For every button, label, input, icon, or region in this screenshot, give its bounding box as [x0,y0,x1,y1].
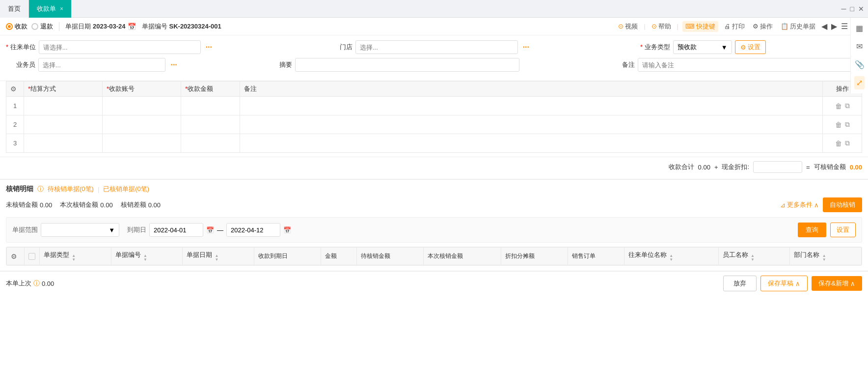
shop-ellipsis[interactable]: ··· [523,43,529,52]
discard-button[interactable]: 放弃 [723,276,757,291]
calendar-to-icon[interactable]: 📅 [283,226,291,234]
bt-select-all-checkbox[interactable] [28,253,35,260]
counterpart-ellipsis[interactable]: ··· [206,43,212,52]
due-date-from-input[interactable] [149,223,203,237]
row-2-remark[interactable] [240,115,823,134]
query-button[interactable]: 查询 [798,223,826,237]
receivable-label: 可核销金额 [814,163,846,171]
table-gear-icon[interactable]: ⚙ [10,85,17,93]
rp-clip-icon[interactable]: 📎 [853,58,867,71]
shortcut-btn[interactable]: ⌨ 快捷键 [682,21,718,32]
nav-prev-icon[interactable]: ◀ [821,22,827,31]
settings-button[interactable]: ⚙ 设置 [735,40,766,54]
rp-expand-icon[interactable]: ⤢ [854,76,865,89]
tab-receipt-label: 收款单 [37,4,56,13]
bt-gear-header: ⚙ [7,248,25,265]
counterpart-sort[interactable]: ▲▼ [669,254,673,262]
current-cancel-stat: 本次核销金额 0.00 [60,200,112,209]
row-1-settle[interactable] [24,97,103,115]
filter-settings-button[interactable]: 设置 [830,223,856,237]
window-close[interactable]: ✕ [858,5,864,13]
row-1-copy-icon[interactable]: ⧉ [845,102,850,110]
range-label: 单据范围 [12,225,38,234]
row-1-delete-icon[interactable]: 🗑 [835,102,842,110]
more-conditions-btn[interactable]: ⊿ 更多条件 ∧ [780,200,819,209]
video-label: 视频 [625,22,638,31]
row-2-delete-icon[interactable]: 🗑 [835,121,842,129]
business-type-select[interactable]: 预收款 ▼ [673,40,732,54]
print-btn[interactable]: 🖨 打印 [722,21,747,32]
filter-icon: ⊿ [780,201,786,209]
business-type-label: 业务类型 [640,43,670,52]
number-value: SK-20230324-001 [169,23,221,30]
row-2-settle[interactable] [24,115,103,134]
hx-info-icon[interactable]: ⓘ [37,185,44,194]
counterpart-field: 往来单位 ··· [6,40,212,54]
row-2-copy-icon[interactable]: ⧉ [845,120,850,129]
row-1-amount[interactable] [181,97,240,115]
history-btn[interactable]: 📋 历史单据 [779,21,817,32]
table-header-account: *收款账号 [103,82,181,97]
rp-mail-icon[interactable]: ✉ [854,40,865,53]
shop-input[interactable] [355,40,518,54]
row-3-remark[interactable] [240,134,823,153]
rp-table-icon[interactable]: ▦ [854,22,865,35]
doc-date-sort[interactable]: ▲▼ [215,254,219,262]
doc-num-sort[interactable]: ▲▼ [143,254,147,262]
refund-radio[interactable]: 退款 [31,22,53,31]
data-table-area: ⚙ *结算方式 *收款账号 *收款金额 备注 操作 [0,81,868,157]
save-draft-button[interactable]: 保存草稿 ∧ [760,276,808,291]
sum-plus: + [714,164,718,171]
video-btn[interactable]: ⊙ 视频 [616,21,640,32]
window-maximize[interactable]: □ [850,5,854,13]
receipt-radio[interactable]: 收款 [6,22,27,31]
remark-input[interactable] [638,58,862,72]
bt-pending-cancel-header: 待核销金额 [356,248,423,265]
help-btn[interactable]: ⊙ 帮助 [650,21,673,32]
employee-sort[interactable]: ▲▼ [751,254,755,262]
row-2-account[interactable] [103,115,181,134]
calendar-from-icon[interactable]: 📅 [206,226,214,234]
range-field: 单据范围 ▼ [12,223,119,237]
summary-input[interactable] [295,58,519,72]
row-3-delete-icon[interactable]: 🗑 [835,140,842,147]
hx-header: 核销明细 ⓘ 待核销单据(0笔) | 已核销单据(0笔) [6,185,862,194]
table-gear-header: ⚙ [6,82,24,97]
row-1-remark[interactable] [240,97,823,115]
doc-type-sort[interactable]: ▲▼ [72,254,76,262]
nav-next-icon[interactable]: ▶ [831,22,837,31]
print-label: 打印 [732,22,745,31]
bottom-stat-info-icon[interactable]: ⓘ [33,279,40,288]
row-2-amount[interactable] [181,115,240,134]
auto-hx-button[interactable]: 自动核销 [823,197,862,212]
bt-gear-icon[interactable]: ⚙ [11,252,17,260]
window-minimize[interactable]: ─ [841,5,846,13]
pending-tab[interactable]: 待核销单据(0笔) [48,185,94,194]
number-field: 单据编号 SK-20230324-001 [142,22,221,31]
discount-input[interactable] [753,161,802,173]
calendar-icon[interactable]: 📅 [128,23,136,30]
tab-receipt-close[interactable]: × [60,5,63,12]
operate-btn[interactable]: ⚙ 操作 [751,21,775,32]
done-tab[interactable]: 已核销单据(0笔) [103,185,149,194]
save-new-button[interactable]: 保存&新增 ∧ [812,276,862,291]
tab-receipt[interactable]: 收款单 × [29,0,72,18]
due-date-field: 到期日 📅 — 📅 [127,223,291,237]
salesperson-ellipsis[interactable]: ··· [170,60,177,69]
row-3-settle[interactable] [24,134,103,153]
due-date-to-input[interactable] [226,223,280,237]
business-type-arrow: ▼ [721,44,728,51]
dept-sort[interactable]: ▲▼ [822,254,826,262]
help-label: 帮助 [658,22,671,31]
row-3-account[interactable] [103,134,181,153]
row-3-amount[interactable] [181,134,240,153]
row-3-copy-icon[interactable]: ⧉ [845,139,850,147]
row-1-account[interactable] [103,97,181,115]
layout-list-icon[interactable]: ☰ [841,22,848,31]
salesperson-input[interactable] [38,58,165,72]
counterpart-input[interactable] [39,40,201,54]
tab-home[interactable]: 首页 [0,0,29,18]
receivable-value: 0.00 [850,164,862,171]
tab-bar: 首页 收款单 × ─ □ ✕ [0,0,868,18]
range-select[interactable]: ▼ [41,223,119,237]
